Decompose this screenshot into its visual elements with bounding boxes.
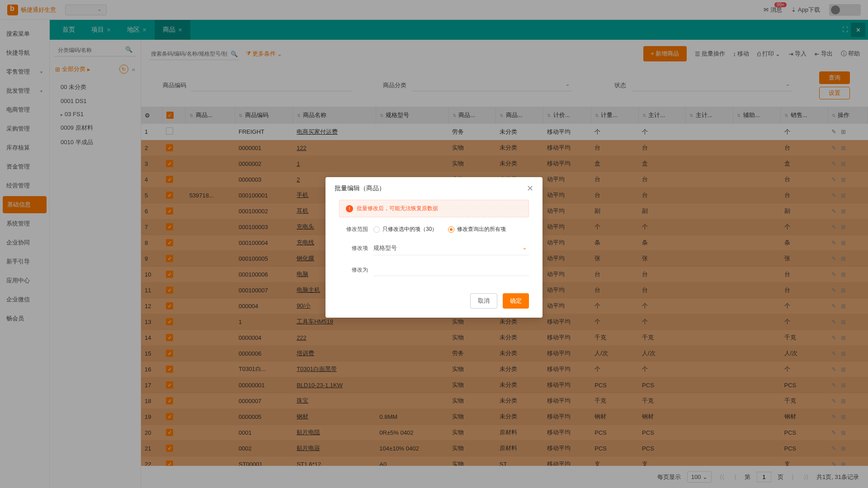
scope-radio-group: 只修改选中的项（30） 修改查询出的所有项 [373,225,506,233]
warning-box: ! 批量修改后，可能无法恢复原数据 [339,200,529,217]
chevron-down-icon: ⌄ [522,244,527,251]
modal-close-button[interactable]: ✕ [527,183,533,193]
value-label: 修改为 [339,266,368,274]
field-select[interactable]: 规格型号 ⌄ [373,241,529,255]
warning-icon: ! [346,205,353,212]
confirm-button[interactable]: 确定 [503,293,529,309]
modal-header: 批量编辑（商品） ✕ [326,177,542,200]
warning-text: 批量修改后，可能无法恢复原数据 [357,205,438,212]
scope-selected-radio[interactable]: 只修改选中的项（30） [373,225,437,233]
value-row: 修改为 [339,263,529,276]
field-row: 修改项 规格型号 ⌄ [339,241,529,255]
scope-row: 修改范围 只修改选中的项（30） 修改查询出的所有项 [339,225,529,233]
cancel-button[interactable]: 取消 [470,293,497,309]
radio-icon [373,226,380,233]
modal-body: ! 批量修改后，可能无法恢复原数据 修改范围 只修改选中的项（30） 修改查询出… [326,200,542,293]
value-input[interactable] [373,263,529,276]
scope-all-radio[interactable]: 修改查询出的所有项 [448,225,506,233]
field-label: 修改项 [339,244,368,252]
modal-footer: 取消 确定 [326,293,542,318]
scope-label: 修改范围 [339,225,368,233]
batch-edit-modal: 批量编辑（商品） ✕ ! 批量修改后，可能无法恢复原数据 修改范围 只修改选中的… [326,177,542,318]
modal-title: 批量编辑（商品） [335,184,385,192]
radio-icon [448,226,454,233]
